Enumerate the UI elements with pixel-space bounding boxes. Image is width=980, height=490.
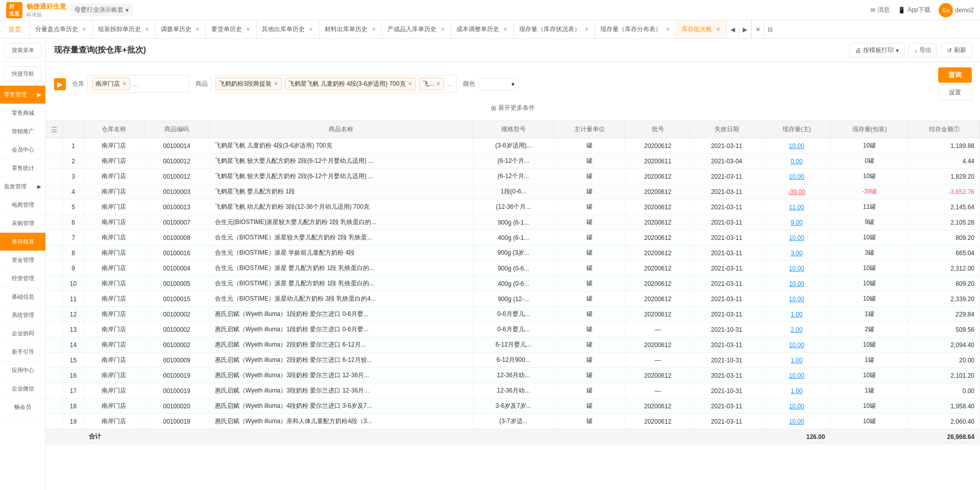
tab-prev-btn[interactable]: ◀ bbox=[727, 20, 739, 39]
print-btn[interactable]: 🖨 按模板打印 ▾ bbox=[849, 43, 904, 58]
tab-close-1[interactable]: ✕ bbox=[144, 26, 150, 33]
tab-item-4[interactable]: 其他出库单历史 ✕ bbox=[257, 20, 320, 39]
warehouse-tag-0[interactable]: 南岸门店 ✕ bbox=[92, 78, 130, 90]
sidebar-item-5[interactable]: 批发管理▶ bbox=[0, 178, 45, 196]
tab-item-6[interactable]: 产成品入库单历史 ✕ bbox=[382, 20, 451, 39]
tab-item-0[interactable]: 分量盘点单历史 ✕ bbox=[30, 20, 93, 39]
table-row[interactable]: 14 南岸门店 00100002 惠氏启赋（Wyeth illuma）2段奶粉 … bbox=[46, 337, 980, 353]
sidebar-item-3[interactable]: 会员中心 bbox=[0, 141, 45, 159]
tab-item-1[interactable]: 组装拆卸单历史 ✕ bbox=[93, 20, 156, 39]
sidebar-item-15[interactable]: 应用中心 bbox=[0, 361, 45, 380]
sidebar-item-16[interactable]: 企业微信 bbox=[0, 380, 45, 398]
sidebar-item-1[interactable]: 零售商城 bbox=[0, 104, 45, 122]
tab-item-8[interactable]: 现存量（库存状况表） ✕ bbox=[514, 20, 595, 39]
tab-item-7[interactable]: 成本调整单历史 ✕ bbox=[451, 20, 514, 39]
table-row[interactable]: 13 南岸门店 00100002 惠氏启赋（Wyeth illuma）1段奶粉 … bbox=[46, 322, 980, 337]
table-row[interactable]: 9 南岸门店 00100004 合生元（BIOSTIME）派星 婴儿配方奶粉 1… bbox=[46, 261, 980, 276]
tab-item-2[interactable]: 调拨单历史 ✕ bbox=[156, 20, 206, 39]
table-row[interactable]: 15 南岸门店 00100009 惠氏启赋（Wyeth illuma）2段奶粉 … bbox=[46, 353, 980, 368]
warehouse-tags[interactable]: 南岸门店 ✕ ... bbox=[87, 75, 189, 93]
table-row[interactable]: 2 南岸门店 00100012 飞鹤星飞帆 较大婴儿配方奶粉 2段(6-12个月… bbox=[46, 154, 980, 169]
table-row[interactable]: 12 南岸门店 00100002 惠氏启赋（Wyeth illuma）1段奶粉 … bbox=[46, 307, 980, 322]
cell-stockmain-12[interactable]: 2.00 bbox=[763, 322, 830, 337]
cell-stockmain-5[interactable]: 9.00 bbox=[763, 215, 830, 230]
cell-stockmain-7[interactable]: 3.00 bbox=[763, 246, 830, 261]
tab-menu-btn[interactable]: ⊟ bbox=[764, 20, 776, 39]
table-row[interactable]: 19 南岸门店 00100018 惠氏启赋（Wyeth illuma）亲和人体儿… bbox=[46, 414, 980, 429]
warehouse-tag-close[interactable]: ✕ bbox=[122, 81, 127, 87]
sidebar-item-4[interactable]: 零售统计 bbox=[0, 159, 45, 178]
app-download-btn[interactable]: 📱 App下载 bbox=[898, 6, 930, 14]
tab-next-btn[interactable]: ▶ bbox=[739, 20, 751, 39]
product-tag-2[interactable]: 飞... ✕ bbox=[419, 78, 444, 90]
table-row[interactable]: 11 南岸门店 00100015 合生元（BIOSTIME）派星幼儿配方奶粉 3… bbox=[46, 291, 980, 307]
cell-stockmain-18[interactable]: 10.00 bbox=[763, 414, 830, 429]
tab-close-8[interactable]: ✕ bbox=[583, 26, 590, 33]
tab-home[interactable]: 首页 bbox=[0, 20, 30, 39]
cell-stockmain-13[interactable]: 10.00 bbox=[763, 337, 830, 353]
tab-close-10[interactable]: ✕ bbox=[715, 26, 721, 33]
sidebar-item-8[interactable]: 库存核算 bbox=[0, 233, 45, 251]
tab-close-7[interactable]: ✕ bbox=[502, 26, 508, 33]
table-row[interactable]: 7 南岸门店 00100008 合生元（BIOSTIME）派星较大婴儿配方奶粉 … bbox=[46, 230, 980, 246]
refresh-btn[interactable]: ↺ 刷新 bbox=[941, 43, 972, 58]
settings-btn[interactable]: 设置 bbox=[938, 85, 972, 101]
cell-stockmain-1[interactable]: 0.00 bbox=[763, 154, 830, 169]
product-tag-0[interactable]: 飞鹤奶粉3段两提装 ✕ bbox=[215, 78, 282, 90]
company-dropdown[interactable]: 母婴行业演示账套 ▾ bbox=[70, 4, 133, 16]
sidebar-item-11[interactable]: 基础信息 bbox=[0, 288, 45, 306]
sidebar-item-14[interactable]: 新手引导 bbox=[0, 343, 45, 361]
sidebar-item-10[interactable]: 经营管理 bbox=[0, 270, 45, 288]
expand-more-btn[interactable]: ⊞ 展开更多条件 bbox=[54, 101, 972, 115]
warehouse-ellipsis[interactable]: ... bbox=[133, 81, 138, 88]
cell-stockmain-15[interactable]: 10.00 bbox=[763, 368, 830, 383]
cell-stockmain-14[interactable]: 1.00 bbox=[763, 353, 830, 368]
cell-stockmain-17[interactable]: 10.00 bbox=[763, 399, 830, 414]
expand-filter-btn[interactable]: ▶ bbox=[54, 78, 66, 90]
table-row[interactable]: 16 南岸门店 00100019 惠氏启赋（Wyeth illuma）3段奶粉 … bbox=[46, 368, 980, 383]
cell-stockmain-16[interactable]: 1.00 bbox=[763, 383, 830, 399]
product-ellipsis[interactable]: ... bbox=[447, 81, 452, 88]
product-tag-1[interactable]: 飞鹤星飞帆 儿童奶粉 4段(3-6岁适用) 700克 ✕ bbox=[285, 78, 416, 90]
tab-close-all-btn[interactable]: ✕ bbox=[751, 20, 764, 39]
tab-close-6[interactable]: ✕ bbox=[439, 26, 446, 33]
sidebar-item-2[interactable]: 营销推广 bbox=[0, 122, 45, 141]
table-row[interactable]: 10 南岸门店 00100005 合生元（BIOSTIME）派星 婴儿配方奶粉 … bbox=[46, 276, 980, 291]
table-row[interactable]: 6 南岸门店 00100007 合生元(BIOSTIME)派星较大婴儿配方奶粉 … bbox=[46, 215, 980, 230]
sidebar-item-6[interactable]: 电商管理 bbox=[0, 196, 45, 214]
tab-close-4[interactable]: ✕ bbox=[308, 26, 314, 33]
messages-btn[interactable]: ✉ 消息 bbox=[870, 6, 890, 14]
cell-stockmain-11[interactable]: 1.00 bbox=[763, 307, 830, 322]
table-row[interactable]: 5 南岸门店 00100013 飞鹤星飞帆 幼儿配方奶粉 3段(12-36个月幼… bbox=[46, 200, 980, 215]
cell-stockmain-10[interactable]: 10.00 bbox=[763, 291, 830, 307]
product-tag-close-0[interactable]: ✕ bbox=[274, 81, 278, 87]
export-btn[interactable]: ↓ 导出 bbox=[909, 43, 937, 58]
product-tags[interactable]: 飞鹤奶粉3段两提装 ✕ 飞鹤星飞帆 儿童奶粉 4段(3-6岁适用) 700克 ✕… bbox=[211, 75, 457, 93]
table-row[interactable]: 17 南岸门店 00100019 惠氏启赋（Wyeth illuma）3段奶粉 … bbox=[46, 383, 980, 399]
color-select[interactable]: ▾ bbox=[478, 78, 519, 90]
sidebar-item-12[interactable]: 系统管理 bbox=[0, 306, 45, 325]
table-row[interactable]: 3 南岸门店 00100012 飞鹤星飞帆 较大婴儿配方奶粉 2段(6-12个月… bbox=[46, 169, 980, 184]
tab-close-3[interactable]: ✕ bbox=[245, 26, 251, 33]
sidebar-item-9[interactable]: 资金管理 bbox=[0, 251, 45, 270]
cell-stockmain-9[interactable]: 10.00 bbox=[763, 276, 830, 291]
tab-close-9[interactable]: ✕ bbox=[665, 26, 671, 33]
cell-stockmain-0[interactable]: 10.00 bbox=[763, 138, 830, 154]
sidebar-item-17[interactable]: 畅会员 bbox=[0, 398, 45, 416]
quick-nav-btn[interactable]: 快捷导航 bbox=[4, 66, 41, 81]
cell-stockmain-8[interactable]: 10.00 bbox=[763, 261, 830, 276]
cell-stockmain-3[interactable]: -39.00 bbox=[763, 184, 830, 200]
table-row[interactable]: 18 南岸门店 00100020 惠氏启赋（Wyeth illuma）4段奶粉 … bbox=[46, 399, 980, 414]
tab-close-2[interactable]: ✕ bbox=[194, 26, 201, 33]
sidebar-item-7[interactable]: 采购管理 bbox=[0, 214, 45, 233]
tab-item-10[interactable]: 库存批次账 ✕ bbox=[676, 20, 727, 39]
product-tag-close-1[interactable]: ✕ bbox=[408, 81, 412, 87]
cell-stockmain-4[interactable]: 11.00 bbox=[763, 200, 830, 215]
cell-stockmain-2[interactable]: 10.00 bbox=[763, 169, 830, 184]
th-settings[interactable]: ☰ bbox=[46, 121, 63, 138]
tab-close-0[interactable]: ✕ bbox=[81, 26, 87, 33]
settings-icon[interactable]: ☰ bbox=[51, 126, 58, 134]
user-info[interactable]: Ea demo2 bbox=[939, 3, 974, 17]
sidebar-item-0[interactable]: 零售管理▶ bbox=[0, 86, 45, 104]
tab-close-5[interactable]: ✕ bbox=[371, 26, 377, 33]
